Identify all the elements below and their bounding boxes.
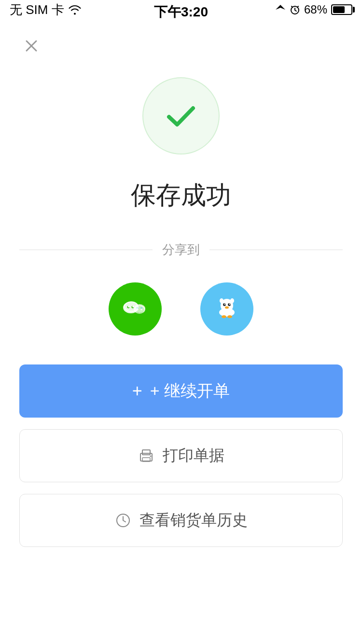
- svg-point-19: [225, 307, 229, 309]
- close-button[interactable]: [19, 34, 43, 58]
- status-left: 无 SIM 卡: [10, 1, 82, 18]
- svg-point-22: [222, 315, 226, 318]
- history-label: 查看销货单历史: [139, 510, 248, 531]
- battery-icon: [331, 4, 352, 15]
- svg-point-9: [132, 306, 134, 308]
- status-bar: 无 SIM 卡 下午3:20 68%: [0, 0, 362, 19]
- divider-left: [19, 250, 153, 250]
- svg-point-15: [223, 303, 226, 306]
- success-circle: [142, 77, 220, 154]
- check-icon: [162, 97, 200, 135]
- svg-point-8: [128, 306, 130, 308]
- qq-icon: [212, 294, 242, 324]
- wechat-icon: [120, 294, 150, 324]
- qq-share-button[interactable]: [200, 282, 253, 336]
- share-label: 分享到: [162, 241, 200, 258]
- status-time: 下午3:20: [154, 3, 208, 21]
- divider-right: [209, 250, 343, 250]
- svg-point-12: [140, 308, 142, 310]
- share-icons: [19, 282, 343, 336]
- svg-point-14: [219, 308, 235, 317]
- svg-point-16: [228, 303, 231, 306]
- wifi-icon: [68, 4, 82, 15]
- success-title: 保存成功: [131, 179, 231, 212]
- continue-button[interactable]: + + 继续开单: [19, 364, 343, 418]
- close-icon: [23, 37, 40, 55]
- svg-point-11: [137, 308, 139, 310]
- alarm-icon: [290, 4, 300, 15]
- status-right: 68%: [275, 3, 352, 16]
- svg-rect-25: [142, 450, 150, 455]
- wechat-share-button[interactable]: [109, 282, 162, 336]
- share-section: 分享到: [19, 241, 343, 336]
- svg-point-20: [220, 298, 223, 303]
- print-button[interactable]: 打印单据: [19, 429, 343, 482]
- continue-label: + 继续开单: [150, 380, 230, 402]
- battery-percent: 68%: [304, 3, 327, 16]
- action-buttons: + + 继续开单 打印单据 查看销货单历史: [19, 364, 343, 547]
- location-icon: [275, 4, 286, 15]
- main-content: 保存成功 分享到: [0, 58, 362, 644]
- svg-point-18: [229, 304, 230, 305]
- history-icon: [114, 512, 132, 529]
- share-divider: 分享到: [19, 241, 343, 258]
- svg-point-17: [224, 304, 225, 305]
- svg-point-21: [230, 298, 234, 303]
- svg-point-27: [150, 456, 152, 457]
- sim-status: 无 SIM 卡: [10, 1, 64, 18]
- history-button[interactable]: 查看销货单历史: [19, 494, 343, 547]
- continue-plus-icon: +: [132, 381, 142, 401]
- svg-point-23: [227, 315, 232, 318]
- print-label: 打印单据: [163, 445, 224, 466]
- print-icon: [138, 447, 155, 464]
